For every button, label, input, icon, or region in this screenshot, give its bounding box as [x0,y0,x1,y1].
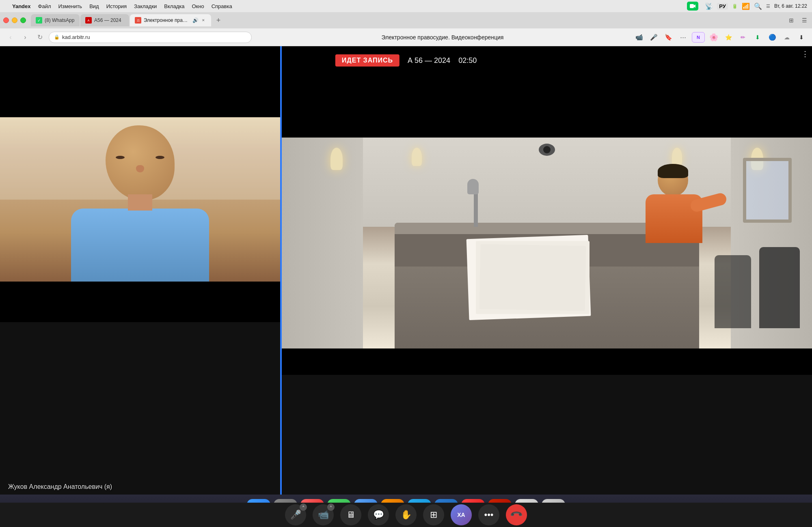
videoconf-favicon: ⚖ [135,17,141,24]
menu-window[interactable]: Окно [192,3,204,9]
avatar-button[interactable]: ХА [451,504,472,525]
ext-dl-btn[interactable]: ⬇ [796,32,807,43]
traffic-lights [3,17,26,23]
svg-rect-0 [690,4,694,8]
wifi-icon: 📡 [705,2,713,10]
reload-button[interactable]: ↻ [34,32,45,43]
ext-pencil-button[interactable]: ✏ [737,32,749,43]
datetime-display: Вт, 6 авг. 12:22 [774,3,807,9]
grid-view-button[interactable]: ⊞ [423,504,444,525]
courtroom-video [282,138,812,348]
end-call-icon: 📞 [510,508,524,522]
search-menu-icon[interactable]: 🔍 [754,2,762,10]
tab-menu-button[interactable]: ☰ [800,16,809,25]
mic-button[interactable]: 🎤 ^ [285,504,306,525]
ext-blue-btn[interactable]: 🔵 [767,32,778,43]
video-panels: Жуков Александр Анатольевич (я) [0,46,812,527]
tab-arbitr[interactable]: А А56 — 2024 [80,14,129,26]
menu-history[interactable]: История [106,3,127,9]
avatar-initials: ХА [457,512,465,518]
app-name[interactable]: Yandex [12,3,31,9]
camera-button[interactable]: 📹 ^ [313,504,334,525]
tab-close-button[interactable]: ✕ [201,17,206,23]
menu-edit[interactable]: Изменить [58,3,82,9]
menu-file[interactable]: Файл [38,3,51,9]
camera-chevron[interactable]: ^ [327,503,335,511]
more-conf-button[interactable]: ••• [478,504,499,525]
conference-timer: 02:50 [458,56,477,65]
tab-arbitr-label: А56 — 2024 [94,17,121,23]
ext-n-button[interactable]: N [692,32,705,43]
lock-icon: 🔒 [54,34,60,40]
camera-icon: 📹 [318,510,329,520]
sidebar-toggle-button[interactable]: ⊞ [787,16,796,25]
videoconf-content: Жуков Александр Анатольевич (я) [0,46,812,527]
language-indicator: РУ [717,3,728,10]
menu-help[interactable]: Справка [212,3,232,9]
wifi-bars: 📶 [742,2,750,10]
battery-icon: 🔋 [732,4,738,9]
camera-toolbar-btn[interactable]: 📹 [633,32,645,43]
address-input[interactable]: 🔒 kad.arbitr.ru [49,32,252,43]
menu-tab[interactable]: Вкладка [164,3,184,9]
close-window-button[interactable] [3,17,9,23]
mic-toolbar-btn[interactable]: 🎤 [648,32,659,43]
mic-icon: 🎤 [290,510,301,520]
app-window: Yandex Файл Изменить Вид История Закладк… [0,0,812,527]
back-button[interactable]: ‹ [5,32,16,43]
conference-toolbar: 🎤 ^ 📹 ^ 🖥 💬 ✋ ⊞ [0,503,812,527]
tab-whatsapp[interactable]: ✓ (8) WhatsApp [31,14,80,26]
arbitr-favicon: А [85,17,92,24]
video-panel-right: ⋮ ☆ [282,46,812,527]
maximize-window-button[interactable] [20,17,26,23]
toolbar-right: 📹 🎤 🔖 ⋯ N 🌸 ⭐ ✏ ⬇ 🔵 ☁ ⬇ [633,32,807,43]
more-toolbar-btn[interactable]: ⋯ [677,32,689,43]
end-call-button[interactable]: 📞 [506,504,527,525]
chat-button[interactable]: 💬 [368,504,389,525]
share-icon: 🖥 [346,510,355,520]
participant-name-left: Жуков Александр Анатольевич (я) [8,483,112,490]
mic-chevron[interactable]: ^ [300,503,307,511]
more-icon: ••• [484,510,493,520]
bookmark-btn[interactable]: 🔖 [663,32,674,43]
right-bottom-black [282,348,812,375]
share-screen-button[interactable]: 🖥 [340,504,361,525]
hand-icon: ✋ [401,510,412,520]
page-title: Электронное правосудие. Видеоконференция [255,34,630,41]
recording-badge[interactable]: ИДЕТ ЗАПИСЬ [335,54,400,67]
browser-chrome: ✓ (8) WhatsApp А А56 — 2024 ⚖ Электронно… [0,12,812,46]
ext-flower-button[interactable]: 🌸 [708,32,719,43]
tab-videoconf[interactable]: ⚖ Электронное право... 🔊 ✕ [130,14,211,26]
chat-icon: 💬 [373,510,384,520]
svg-marker-1 [694,4,695,8]
left-top-black [0,46,280,117]
tab-videoconf-label: Электронное право... [144,17,189,23]
left-bottom-black [0,282,280,322]
url-display: kad.arbitr.ru [62,34,90,40]
raise-hand-button[interactable]: ✋ [395,504,417,525]
tab-whatsapp-label: (8) WhatsApp [45,17,74,23]
address-bar: ‹ › ↻ 🔒 kad.arbitr.ru Электронное правос… [0,28,812,46]
menu-view[interactable]: Вид [89,3,99,9]
recording-badge-area: ИДЕТ ЗАПИСЬ А 56 — 2024 02:50 [335,54,477,67]
whatsapp-favicon: ✓ [36,17,42,24]
facetime-icon[interactable] [687,2,698,11]
tab-bar: ✓ (8) WhatsApp А А56 — 2024 ⚖ Электронно… [0,12,812,28]
ext-download-green-btn[interactable]: ⬇ [752,32,763,43]
left-person-video [0,117,280,282]
forward-button[interactable]: › [19,32,31,43]
more-options-button[interactable]: ⋮ [801,49,809,58]
menu-right-controls: ☰ [766,4,770,9]
ext-cloud-btn[interactable]: ☁ [781,32,793,43]
grid-icon: ⊞ [430,510,437,520]
video-panel-left: Жуков Александр Анатольевич (я) [0,46,280,527]
menu-bookmarks[interactable]: Закладки [134,3,157,9]
new-tab-button[interactable]: + [213,15,224,26]
ext-star-button[interactable]: ⭐ [723,32,734,43]
menu-bar: Yandex Файл Изменить Вид История Закладк… [0,0,812,12]
case-number: А 56 — 2024 [408,56,450,65]
minimize-window-button[interactable] [12,17,17,23]
